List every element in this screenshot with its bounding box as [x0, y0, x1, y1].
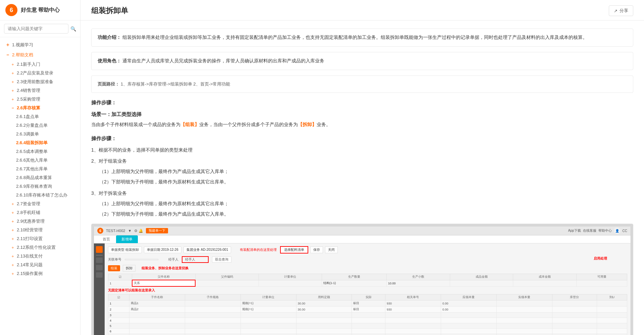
sidebar-item-s261[interactable]: 2.6.1盘点单 — [16, 112, 80, 121]
upper-th-2: 父件编码 — [195, 274, 259, 280]
search-icon[interactable]: 🔍 — [70, 26, 76, 32]
sidebar-item-s29[interactable]: ＋ 2.9优惠券管理 — [0, 217, 80, 226]
sidebar-item-s23[interactable]: ＋ 2.3使用前数据准备 — [0, 77, 80, 86]
lower-row-1: 1 商品1 规格(+1) 30.00 标目 930 0.00 — [108, 300, 627, 306]
save-btn[interactable]: 保存 — [310, 246, 323, 253]
sidebar-item-s28[interactable]: ＋ 2.8手机旺铺 — [0, 208, 80, 217]
func-intro-text: 组装拆卸单用来处理企业组装或拆卸等加工业务，支持有固定装配清单的产品加工业务，也… — [122, 35, 587, 40]
sidebar-item-s262-label: 2.6.2分量盘点单 — [16, 122, 48, 128]
path-text: 1、库存核算->库存管理->组装拆卸单 2、首页->常用功能 — [121, 81, 230, 87]
role-label: 使用角色： — [98, 58, 121, 63]
sidebar-item-s22[interactable]: ＋ 2.2产品安装及登录 — [0, 69, 80, 77]
sidebar-item-s211[interactable]: ＋ 2.11打印设置 — [0, 234, 80, 243]
tab-new[interactable]: 新增单 — [116, 235, 138, 243]
topbar-text: TEST-H002 — [106, 229, 125, 233]
lower-table-container: ☑ 子件名称 子件规格 计量单位 用料定额 实际 相关单号 应领本量 — [108, 294, 627, 335]
share-button[interactable]: ↗ 分享 — [609, 5, 633, 16]
annotation5-text: 无固定清单可以组装在这里录入 — [108, 288, 627, 293]
plus-sm-icon6: ＋ — [11, 236, 15, 242]
related-no[interactable] — [125, 259, 158, 260]
share-icon: ↗ — [614, 8, 618, 13]
sidebar-item-s213[interactable]: ＋ 2.13在线支付 — [0, 252, 80, 261]
sidebar-item-s2610[interactable]: 2.6.10库存账本错了怎么办 — [16, 191, 80, 200]
sidebar-item-s268[interactable]: 2.6.8商品成本重算 — [16, 173, 80, 182]
sidebar-item-s214[interactable]: ＋ 2.14常见问题 — [0, 261, 80, 269]
path-block: 页面路径： 1、库存核算->库存管理->组装拆卸单 2、首页->常用功能 — [91, 75, 633, 93]
annotation1-text: 有装配清单的在这里处理 — [240, 247, 277, 252]
search-input[interactable] — [4, 24, 68, 34]
func-intro-label: 功能介绍： — [98, 35, 121, 40]
sidebar-item-s21[interactable]: ＋ 2.1新手入门 — [0, 60, 80, 69]
upper-th-6: 成品金额 — [450, 274, 513, 280]
app-logo: 6 — [97, 228, 103, 234]
step2-sub1: （1）上部明细为父件明细，最终作为产成品生成其它入库单； — [99, 167, 633, 176]
sidebar-item-s22-label: 2.2产品安装及登录 — [17, 70, 53, 76]
sidebar-item-s266[interactable]: 2.6.6其他入库单 — [16, 156, 80, 165]
plus-sm-icon8: ＋ — [11, 254, 15, 259]
screenshot-container: 6 TEST-H002 ▼ ⚙ 🔔 预建单一下 App下载 在线客服 帮助中心 … — [91, 224, 633, 335]
scene1-desc: 当由多个子件材料组装成一个成品的业务为【组装】业务，当由一个父件拆分成多个子产品… — [91, 120, 633, 129]
sidebar-item-s26[interactable]: － 2.6库存核算 — [0, 104, 80, 112]
sidebar-item-s263[interactable]: 2.6.3调拨单 — [16, 130, 80, 138]
disassemble-tab[interactable]: 拆卸 — [123, 265, 136, 272]
sidebar-item-s265[interactable]: 2.6.5成本调整单 — [16, 147, 80, 156]
role-text: 通常由生产人员或库管人员完成拆装业务的操作，库管人员确认原材料的出库和产成品的入… — [122, 58, 324, 63]
sidebar-item-s267[interactable]: 2.6.7其他出库单 — [16, 165, 80, 173]
search-row: 关联单号 经手人 经手人 双击查询 启用处理 — [108, 256, 627, 263]
sidebar-item-s27[interactable]: ＋ 2.7资金管理 — [0, 200, 80, 208]
minus-icon: － — [5, 52, 10, 58]
form-toolbar: 单据类型 组装拆卸 单据日期 2019-12-26 集团业务 AD-201912… — [108, 246, 627, 254]
steps-list: 1、根据不同的业务，选择不同单据的类型来处理 2、对于组装业务 （1）上部明细为… — [91, 146, 633, 218]
plus-sm-icon9: ＋ — [11, 262, 15, 268]
step3-sub2: （2）下部明细为子件明细，最终作为产成品生成其它入库单。 — [99, 210, 633, 218]
sidebar-item-s262[interactable]: 2.6.2分量盘点单 — [16, 121, 80, 130]
assembly-tab[interactable]: 组装 — [108, 265, 120, 271]
search-box: 🔍 — [0, 20, 80, 37]
select-bom-btn[interactable]: 选择配料清单 — [280, 246, 308, 254]
plus-icon: ＋ — [5, 42, 10, 48]
plus-sm-icon: ＋ — [11, 62, 15, 67]
ops-title: 操作步骤： — [91, 100, 633, 106]
page-title: 组装拆卸单 — [91, 6, 128, 16]
sidebar-item-s269[interactable]: 2.6.9库存账本查询 — [16, 182, 80, 191]
sidebar-item-video[interactable]: ＋ 1.视频学习 — [0, 40, 80, 50]
sidebar-item-s212[interactable]: ＋ 2.12系统个性化设置 — [0, 243, 80, 252]
main-content: 组装拆卸单 ↗ 分享 功能介绍： 组装拆卸单用来处理企业组装或拆卸等加工业务，支… — [80, 0, 644, 335]
date-field[interactable]: 单据日期 2019-12-26 — [144, 246, 181, 253]
sidebar-item-s211-label: 2.11打印设置 — [17, 236, 43, 242]
lower-row-5: 5 — [108, 323, 627, 329]
create-order-btn[interactable]: 预建单一下 — [146, 228, 168, 233]
sidebar-item-s269-label: 2.6.9库存账本查询 — [16, 183, 52, 189]
sidebar-item-s264-label: 2.6.4组装拆卸单 — [16, 140, 48, 146]
sidebar-item-s264[interactable]: 2.6.4组装拆卸单 — [16, 138, 80, 147]
tab-home[interactable]: 首页 — [97, 235, 115, 243]
sidebar-item-help[interactable]: － 2.帮助文档 — [0, 50, 80, 60]
plus-sm-icon2: ＋ — [11, 201, 15, 207]
sidebar-item-s27-label: 2.7资金管理 — [17, 201, 40, 207]
sidebar-item-s25[interactable]: ＋ 2.5采购管理 — [0, 95, 80, 104]
sidebar-item-s28-label: 2.8手机旺铺 — [17, 210, 40, 216]
group-field[interactable]: 集团业务 AD-20191226-001 — [183, 246, 231, 253]
upper-th-3: 计量单位 — [259, 274, 322, 280]
type-select[interactable]: 单据类型 组装拆卸 — [108, 246, 142, 253]
confirm-btn[interactable]: 双击查询 — [212, 257, 231, 263]
upper-th-1: 父件名称 — [132, 274, 196, 280]
sidebar-item-s2610-label: 2.6.10库存账本错了怎么办 — [16, 192, 67, 198]
operator-field[interactable]: 经手人 — [182, 256, 209, 263]
lower-row-2: 2 商品2 规格(+1) 30.00 标目 930 0.00 — [108, 306, 627, 313]
minus-sm-icon: － — [11, 105, 15, 111]
plus-sm-icon: ＋ — [11, 88, 15, 94]
sidebar-item-s213-label: 2.13在线支付 — [17, 253, 43, 259]
sidebar-item-s210-label: 2.10经营管理 — [17, 227, 43, 233]
sidebar-item-s26-label: 2.6库存核算 — [17, 105, 40, 111]
sidebar-item-s215-label: 2.15操作案例 — [17, 271, 43, 277]
upper-th-4: 生产数量 — [322, 274, 387, 280]
topbar-icons: ⚙ 🔔 — [134, 229, 143, 233]
logo-icon: 6 — [5, 4, 17, 16]
close-btn[interactable]: 关闭 — [325, 246, 338, 253]
sidebar-item-s210[interactable]: ＋ 2.10经营管理 — [0, 226, 80, 234]
sidebar-item-s23-label: 2.3使用前数据准备 — [17, 79, 53, 85]
sidebar-item-s215[interactable]: ＋ 2.15操作案例 — [0, 269, 80, 278]
upper-td-name[interactable]: 关系 — [132, 280, 196, 286]
sidebar-item-s24[interactable]: ＋ 2.4销售管理 — [0, 86, 80, 95]
